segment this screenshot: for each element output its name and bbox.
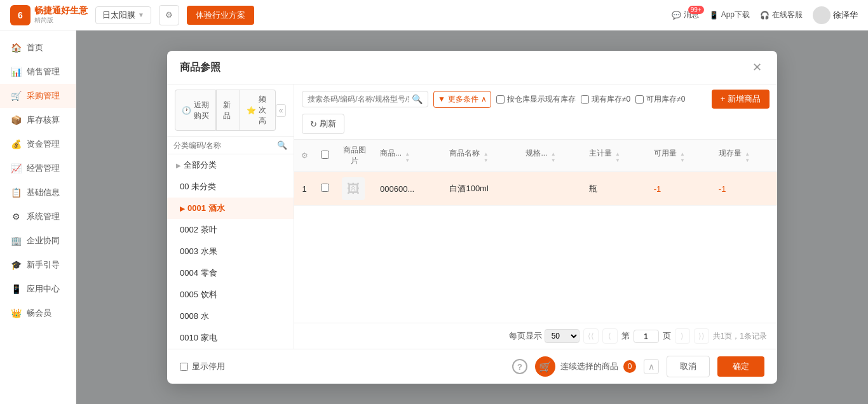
product-search-input[interactable] <box>308 95 409 104</box>
message-button[interactable]: 💬 消息 99+ <box>672 10 699 20</box>
cart-area: 🛒 连续选择的商品 0 <box>535 356 636 377</box>
finance-icon: 💰 <box>10 138 22 150</box>
collapse-left-panel-button[interactable]: « <box>276 104 286 117</box>
tab-recent-purchase[interactable]: 🕐 近期购买 <box>175 90 216 131</box>
table-toolbar: 🔍 ▼ 更多条件 ∧ 按仓库显示现有库存 <box>294 84 777 140</box>
sidebar-item-basic-info-label: 基础信息 <box>27 187 60 198</box>
warehouse-display-checkbox[interactable]: 按仓库显示现有库存 <box>496 94 576 105</box>
settings-gear-button[interactable]: ⚙ <box>159 5 179 25</box>
trial-button[interactable]: 体验行业方案 <box>187 6 254 25</box>
sidebar-item-app-center[interactable]: 📱 应用中心 <box>0 277 76 301</box>
pagination: 每页显示 50 10 20 100 ⟨⟨ ⟨ 第 <box>294 323 777 349</box>
col-available[interactable]: 可用量 ▲▼ <box>648 140 712 172</box>
sidebar-item-finance-label: 资金管理 <box>27 138 60 150</box>
cancel-button[interactable]: 取消 <box>667 356 710 377</box>
filter-icon: ▼ <box>438 95 445 104</box>
message-badge: 99+ <box>688 6 704 14</box>
col-spec[interactable]: 规格... ▲▼ <box>519 140 582 172</box>
select-all-checkbox[interactable] <box>321 151 329 159</box>
last-page-button[interactable]: ⟩⟩ <box>694 328 709 344</box>
more-filter-button[interactable]: ▼ 更多条件 ∧ <box>433 91 491 108</box>
row-name: 白酒100ml <box>443 172 519 206</box>
modal-close-button[interactable]: ✕ <box>749 60 764 75</box>
sidebar-item-guide[interactable]: 🎓 新手引导 <box>0 253 76 277</box>
operations-icon: 📈 <box>10 163 22 174</box>
phone-icon: 📱 <box>709 11 719 20</box>
table-header-row: ⚙ 商品图片 商品... ▲▼ <box>294 140 777 172</box>
home-icon: 🏠 <box>10 42 22 53</box>
cart-label: 连续选择的商品 <box>560 361 618 372</box>
headset-icon: 🎧 <box>760 11 770 20</box>
sidebar-item-enterprise[interactable]: 🏢 企业协同 <box>0 229 76 253</box>
sidebar-item-system[interactable]: ⚙ 系统管理 <box>0 205 76 229</box>
row-code: 000600... <box>374 172 443 206</box>
col-stock[interactable]: 现存量 ▲▼ <box>712 140 777 172</box>
table-row[interactable]: 1 🖼 <box>294 172 777 206</box>
col-code[interactable]: 商品... ▲▼ <box>374 140 443 172</box>
next-page-button[interactable]: ⟩ <box>675 328 690 344</box>
sidebar-item-purchase[interactable]: 🛒 采购管理 <box>0 84 76 108</box>
row-num: 1 <box>294 172 315 206</box>
logo-area: 6 畅捷通好生意 精简版 <box>10 5 88 25</box>
sidebar-item-home-label: 首页 <box>27 42 43 53</box>
sidebar-item-member[interactable]: 👑 畅会员 <box>0 301 76 325</box>
page-size-area: 每页显示 50 10 20 100 <box>509 329 580 343</box>
guide-icon: 🎓 <box>10 259 22 271</box>
confirm-button[interactable]: 确定 <box>717 356 764 377</box>
category-item-tea[interactable]: 0002 茶叶 <box>167 219 294 241</box>
arrow-active-icon: ▶ <box>180 205 185 212</box>
topbar-right: 💬 消息 99+ 📱 App下载 🎧 在线客服 徐泽华 <box>672 6 858 24</box>
sidebar-item-app-center-label: 应用中心 <box>27 283 60 295</box>
left-tabs: 🕐 近期购买 新品 ⭐ 频次高 <box>175 90 276 131</box>
logo-title: 畅捷通好生意 <box>34 5 88 16</box>
first-page-button[interactable]: ⟨⟨ <box>583 328 599 344</box>
refresh-button[interactable]: ↻ 刷新 <box>302 114 344 134</box>
sidebar-item-inventory[interactable]: 📦 库存核算 <box>0 108 76 132</box>
sidebar-item-finance[interactable]: 💰 资金管理 <box>0 132 76 156</box>
product-search-icon[interactable]: 🔍 <box>412 94 423 104</box>
sidebar-item-basic-info[interactable]: 📋 基础信息 <box>0 180 76 205</box>
sidebar-item-operations[interactable]: 📈 经营管理 <box>0 156 76 180</box>
category-item-all[interactable]: ▶ 全部分类 <box>167 154 294 176</box>
sidebar-item-sales[interactable]: 📊 销售管理 <box>0 60 76 84</box>
table-settings-icon[interactable]: ⚙ <box>301 151 308 160</box>
content-area: 商品参照 ✕ 🕐 近期购买 <box>76 30 868 404</box>
show-disabled-input[interactable] <box>180 363 188 371</box>
app-download-button[interactable]: 📱 App下载 <box>709 10 750 20</box>
category-item-fruit[interactable]: 0003 水果 <box>167 241 294 262</box>
store-dropdown[interactable]: 日太阳膜 ▼ <box>95 6 151 24</box>
tab-frequent[interactable]: ⭐ 频次高 <box>240 90 276 131</box>
tab-new-product[interactable]: 新品 <box>216 90 240 131</box>
category-item-beverage[interactable]: 0005 饮料 <box>167 284 294 306</box>
category-search-icon[interactable]: 🔍 <box>277 140 287 150</box>
user-area[interactable]: 徐泽华 <box>813 6 858 24</box>
online-service-button[interactable]: 🎧 在线客服 <box>760 10 803 20</box>
col-name[interactable]: 商品名称 ▲▼ <box>443 140 519 172</box>
add-product-button[interactable]: + 新增商品 <box>712 90 770 109</box>
message-icon: 💬 <box>672 11 681 20</box>
col-unit[interactable]: 主计量 ▲▼ <box>583 140 648 172</box>
cart-icon[interactable]: 🛒 <box>535 356 555 377</box>
row-checkbox-cell <box>315 172 336 206</box>
category-item-liquor[interactable]: ▶ 0001 酒水 <box>167 198 294 219</box>
help-button[interactable]: ? <box>512 359 527 374</box>
prev-page-button[interactable]: ⟨ <box>602 328 618 344</box>
left-panel-header: 🕐 近期购买 新品 ⭐ 频次高 <box>167 84 294 137</box>
stock-nonzero-checkbox[interactable]: 现有库存≠0 <box>581 94 630 105</box>
page-size-select[interactable]: 50 10 20 100 <box>545 329 580 343</box>
collapse-footer-button[interactable]: ∧ <box>644 359 659 374</box>
category-item-snack[interactable]: 0004 零食 <box>167 262 294 284</box>
row-checkbox[interactable] <box>321 184 329 192</box>
modal-title: 商品参照 <box>180 61 220 74</box>
show-disabled-checkbox[interactable]: 显示停用 <box>180 361 225 372</box>
sidebar-item-enterprise-label: 企业协同 <box>27 235 60 246</box>
page-number-input[interactable] <box>634 330 659 343</box>
avatar <box>813 6 831 24</box>
available-nonzero-checkbox[interactable]: 可用库存≠0 <box>635 94 685 105</box>
category-item-water[interactable]: 0008 水 <box>167 306 294 327</box>
chevron-down-icon: ▼ <box>138 11 144 18</box>
category-search-input[interactable] <box>173 141 273 150</box>
sidebar-item-home[interactable]: 🏠 首页 <box>0 36 76 60</box>
category-item-uncategorized[interactable]: 00 未分类 <box>167 176 294 198</box>
category-item-appliances[interactable]: 0010 家电 <box>167 327 294 349</box>
